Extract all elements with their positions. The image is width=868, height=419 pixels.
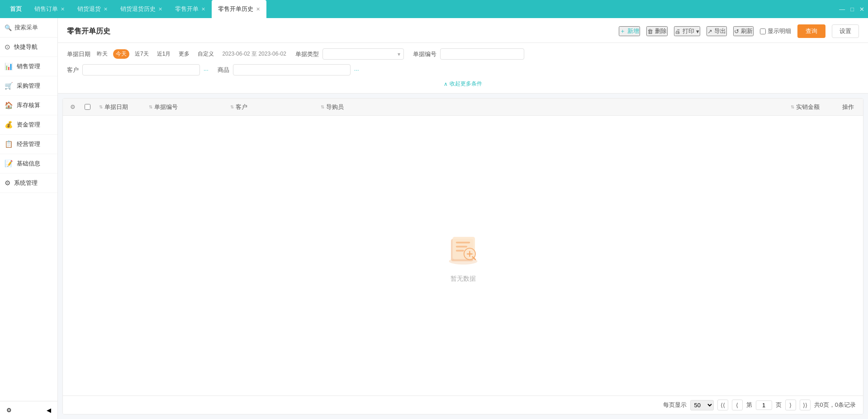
th-customer-sort-icon[interactable]: ⇅ (230, 104, 234, 109)
sidebar-item-inventory[interactable]: 🏠 库存核算 (0, 96, 57, 115)
page-header: 零售开单历史 ＋ 新增 🗑 删除 🖨 打印 ▾ ↗ 导出 (58, 18, 868, 43)
tab-sales-order-close[interactable]: ✕ (61, 6, 65, 12)
filter-row-2: 客户 ··· 商品 ··· (67, 64, 859, 75)
tab-sales-return-history[interactable]: 销货退货历史 ✕ (114, 0, 169, 18)
product-dots[interactable]: ··· (354, 66, 359, 73)
sidebar-item-quick-nav[interactable]: ⊙ 快捷导航 (0, 38, 57, 57)
window-restore[interactable]: □ (850, 6, 854, 13)
order-type-select-wrap (323, 48, 404, 60)
settings-icon[interactable]: ⚙ (6, 407, 12, 414)
select-all-checkbox[interactable] (85, 104, 90, 110)
th-amount-sort-icon[interactable]: ⇅ (791, 104, 794, 109)
customer-input[interactable] (82, 64, 200, 75)
tab-retail-open-history[interactable]: 零售开单历史 ✕ (212, 0, 266, 18)
customer-dots[interactable]: ··· (204, 66, 209, 73)
order-no-input[interactable] (440, 48, 524, 60)
show-detail-toggle[interactable]: 显示明细 (760, 27, 791, 35)
sidebar-item-finance[interactable]: 💰 资金管理 (0, 115, 57, 135)
tab-sales-return-history-close[interactable]: ✕ (158, 6, 162, 12)
sidebar-item-operations[interactable]: 📋 经营管理 (0, 135, 57, 154)
date-more[interactable]: 更多 (176, 49, 192, 59)
prev-page-button[interactable]: ⟨ (732, 400, 743, 410)
date-range-display: 2023-06-02 至 2023-06-02 (222, 50, 286, 58)
print-label: 打印 (683, 27, 694, 35)
refresh-button[interactable]: ↺ 刷新 (733, 26, 754, 36)
svg-rect-5 (455, 250, 464, 251)
collapse-sidebar-icon[interactable]: ◀ (47, 407, 51, 414)
table-header: ⚙ ⇅ 单据日期 ⇅ 单据编号 ⇅ 客户 ⇅ (63, 99, 863, 116)
th-guide-sort-icon[interactable]: ⇅ (321, 104, 324, 109)
page-suffix: 页 (776, 401, 782, 409)
page-number-input[interactable] (756, 400, 772, 410)
date-last7[interactable]: 近7天 (132, 49, 152, 59)
filter-date-item: 单据日期 昨天 今天 近7天 近1月 更多 自定义 2023-06-02 至 2… (67, 49, 286, 59)
sidebar-item-operations-label: 经营管理 (17, 140, 40, 148)
sidebar-search-label: 搜索采单 (14, 24, 38, 32)
window-minimize[interactable]: — (839, 6, 845, 13)
tab-bar-right: — □ ✕ (839, 6, 864, 13)
svg-rect-3 (455, 241, 470, 243)
setting-button[interactable]: 设置 (832, 24, 859, 38)
empty-text: 暂无数据 (451, 275, 476, 283)
tab-sales-return-label: 销货退货 (77, 5, 101, 13)
show-detail-checkbox[interactable] (760, 28, 766, 34)
sidebar-item-basic-info-label: 基础信息 (17, 160, 40, 168)
tab-sales-return-close[interactable]: ✕ (104, 6, 108, 12)
export-button[interactable]: ↗ 导出 (707, 26, 727, 36)
last-page-button[interactable]: ⟩⟩ (800, 400, 811, 410)
tab-home[interactable]: 首页 (4, 0, 28, 18)
th-guide-label: 导购员 (326, 103, 344, 111)
sidebar-item-sales[interactable]: 📊 销售管理 (0, 57, 57, 76)
system-icon: ⚙ (5, 179, 10, 187)
empty-state: 暂无数据 (63, 116, 863, 395)
sidebar: 🔍 搜索采单 ⊙ 快捷导航 📊 销售管理 🛒 采购管理 🏠 库存核算 💰 资金管… (0, 18, 58, 419)
first-page-button[interactable]: ⟨⟨ (717, 400, 728, 410)
collapse-button[interactable]: ∧ 收起更多条件 (444, 80, 482, 88)
delete-icon: 🗑 (647, 28, 653, 35)
query-button[interactable]: 查询 (797, 24, 825, 38)
finance-icon: 💰 (5, 121, 13, 129)
th-checkbox[interactable] (81, 104, 95, 110)
date-last-month[interactable]: 近1月 (154, 49, 174, 59)
sidebar-search[interactable]: 🔍 搜索采单 (0, 18, 57, 38)
collapse-icon: ∧ (444, 81, 448, 87)
filter-area: 单据日期 昨天 今天 近7天 近1月 更多 自定义 2023-06-02 至 2… (58, 43, 868, 94)
operations-icon: 📋 (5, 140, 13, 148)
search-icon: 🔍 (5, 24, 12, 31)
print-icon: 🖨 (675, 28, 681, 35)
order-type-select[interactable] (323, 48, 404, 60)
tab-sales-return[interactable]: 销货退货 ✕ (71, 0, 114, 18)
sidebar-item-inventory-label: 库存核算 (17, 101, 40, 109)
per-page-label: 每页显示 (663, 401, 687, 409)
date-yesterday[interactable]: 昨天 (94, 49, 110, 59)
svg-rect-4 (455, 245, 467, 247)
sidebar-item-basic-info[interactable]: 📝 基础信息 (0, 154, 57, 174)
print-button[interactable]: 🖨 打印 ▾ (674, 26, 700, 36)
th-date-sort-icon[interactable]: ⇅ (99, 104, 103, 109)
tab-retail-open-history-label: 零售开单历史 (218, 5, 253, 13)
date-custom[interactable]: 自定义 (195, 49, 217, 59)
th-settings[interactable]: ⚙ (66, 104, 81, 110)
tab-sales-order[interactable]: 销售订单 ✕ (28, 0, 71, 18)
refresh-icon: ↺ (734, 28, 739, 35)
sidebar-item-system[interactable]: ⚙ 系统管理 (0, 174, 57, 193)
date-today[interactable]: 今天 (113, 49, 129, 59)
column-settings-icon[interactable]: ⚙ (70, 104, 76, 110)
order-type-label: 单据类型 (295, 50, 319, 58)
add-button[interactable]: ＋ 新增 (619, 26, 640, 36)
sidebar-item-purchase[interactable]: 🛒 采购管理 (0, 76, 57, 96)
window-close[interactable]: ✕ (859, 6, 864, 13)
purchase-icon: 🛒 (5, 82, 13, 90)
next-page-button[interactable]: ⟩ (785, 400, 796, 410)
th-date-label: 单据日期 (104, 103, 128, 111)
product-input[interactable] (233, 64, 351, 75)
delete-button[interactable]: 🗑 删除 (646, 26, 668, 36)
tab-retail-open-close[interactable]: ✕ (201, 6, 205, 12)
sidebar-item-system-label: 系统管理 (14, 179, 38, 187)
sidebar-item-finance-label: 资金管理 (17, 121, 40, 129)
tab-retail-open-history-close[interactable]: ✕ (256, 6, 260, 12)
th-amount: ⇅ 实销金额 (778, 103, 823, 111)
per-page-select[interactable]: 50 10 20 100 (690, 400, 714, 410)
th-order-no-sort-icon[interactable]: ⇅ (149, 104, 152, 109)
tab-retail-open[interactable]: 零售开单 ✕ (169, 0, 212, 18)
